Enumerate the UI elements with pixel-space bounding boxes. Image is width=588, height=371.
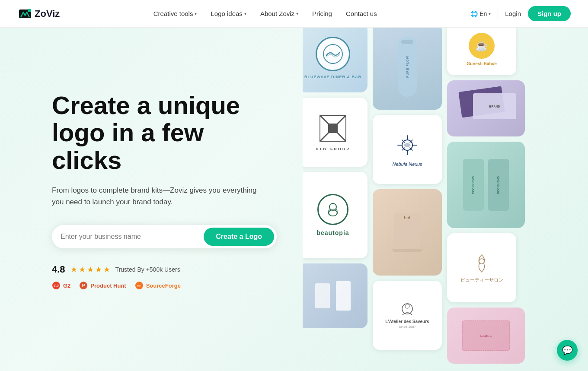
rating-row: 4.8 ★ ★ ★ ★ ★ Trusted By +500k Users <box>52 264 277 275</box>
nav-creative-tools[interactable]: Creative tools ▾ <box>153 10 197 17</box>
create-logo-button[interactable]: Create a Logo <box>204 228 274 246</box>
lotelier-sublabel: Since 1987 <box>399 325 416 329</box>
sourceforge-badge[interactable]: SF SourceForge <box>135 281 181 290</box>
pkg-blue-card <box>303 263 368 328</box>
bluewave-label: BLUEWAVE DINER & BAR <box>304 75 361 79</box>
hero-title: Create a unique logo in a few clicks <box>52 92 277 174</box>
svg-point-20 <box>479 259 484 264</box>
star-rating: ★ ★ ★ ★ ★ <box>70 265 110 274</box>
svg-text:P: P <box>82 283 85 288</box>
svg-rect-14 <box>328 124 338 133</box>
bluewave-card: BLUEWAVE DINER & BAR <box>303 28 368 92</box>
star-2: ★ <box>79 265 86 274</box>
biz-card-photo: BRAND <box>447 80 525 136</box>
language-selector[interactable]: 🌐 En ▾ <box>470 10 491 17</box>
gallery-columns: BLUEWAVE DINER & BAR X <box>303 28 525 364</box>
logo-gallery: BLUEWAVE DINER & BAR X <box>303 28 588 371</box>
gunesli-card: ☕ Güneşli Bahçe <box>447 28 516 75</box>
xtb-logo-icon <box>318 113 348 143</box>
chevron-down-icon: ▾ <box>195 11 197 16</box>
svg-point-19 <box>405 304 409 308</box>
hero-section: Create a unique logo in a few clicks Fro… <box>0 28 588 371</box>
hero-subtitle: From logos to complete brand kits—Zoviz … <box>52 184 259 208</box>
star-1: ★ <box>70 265 77 274</box>
rating-text: Trusted By +500k Users <box>115 266 180 273</box>
teal-pkg-card: ECO BLEND ECO BLEND <box>447 142 525 228</box>
nav-pricing[interactable]: Pricing <box>312 10 332 17</box>
nav-logo-ideas[interactable]: Logo ideas ▾ <box>211 10 246 17</box>
signup-button[interactable]: Sign up <box>528 6 571 21</box>
nav-right: 🌐 En ▾ Login Sign up <box>470 6 571 21</box>
product-hunt-badge[interactable]: P Product Hunt <box>79 281 126 290</box>
svg-text:SF: SF <box>137 285 141 288</box>
gunesli-label: Güneşli Bahçe <box>467 61 496 66</box>
svg-text:G2: G2 <box>54 284 59 288</box>
lotelier-logo-icon <box>396 302 418 319</box>
star-3: ★ <box>87 265 94 274</box>
beautopia-card: beautopia <box>303 172 368 258</box>
sourceforge-icon: SF <box>135 281 144 290</box>
nav-links: Creative tools ▾ Logo ideas ▾ About Zovi… <box>153 10 377 17</box>
beautopia-logo-icon <box>323 200 342 219</box>
star-4: ★ <box>95 265 102 274</box>
logo-text: ZoViz <box>35 8 60 19</box>
chevron-down-icon: ▾ <box>244 11 246 16</box>
nebula-logo-icon <box>394 132 420 158</box>
ind-card: Ind <box>373 189 442 276</box>
nav-divider <box>498 9 498 19</box>
login-button[interactable]: Login <box>505 10 521 17</box>
beauty-salon-label: ビューティーサロン <box>460 277 503 283</box>
chat-icon: 💬 <box>562 345 573 355</box>
svg-point-16 <box>329 210 337 216</box>
chevron-down-icon: ▾ <box>489 11 491 16</box>
logo[interactable]: ZoViz <box>17 6 60 22</box>
sticker-card: LABEL <box>447 308 525 364</box>
lotelier-card: L'Atelier des Saveurs Since 1987 <box>373 281 442 350</box>
beauty-salon-icon <box>471 253 492 274</box>
badge-row: G2 G2 P Product Hunt SF SourceForge <box>52 281 277 290</box>
business-name-form: Create a Logo <box>52 225 277 248</box>
svg-point-15 <box>329 203 336 210</box>
gunesli-icon: ☕ <box>469 33 495 59</box>
rating-score: 4.8 <box>52 264 65 275</box>
g2-badge[interactable]: G2 G2 <box>52 281 70 290</box>
xtb-label: XTB GROUP <box>316 147 351 151</box>
gallery-col-2: PURE FLOW Nebula Nexus <box>373 28 442 364</box>
g2-icon: G2 <box>52 281 61 290</box>
nebula-card: Nebula Nexus <box>373 115 442 184</box>
beautopia-label: beautopia <box>316 229 349 236</box>
gallery-col-3: ☕ Güneşli Bahçe BRAND <box>447 28 525 364</box>
svg-point-1 <box>28 9 31 12</box>
globe-icon: 🌐 <box>470 10 478 17</box>
bluewave-logo-icon <box>322 43 344 65</box>
beauty-salon-card: ビューティーサロン <box>447 233 516 302</box>
gallery-col-1: BLUEWAVE DINER & BAR X <box>303 28 368 364</box>
nav-about[interactable]: About Zoviz ▾ <box>260 10 298 17</box>
lotelier-label: L'Atelier des Saveurs <box>385 319 429 324</box>
pureflow-card: PURE FLOW <box>373 28 442 110</box>
navbar: ZoViz Creative tools ▾ Logo ideas ▾ Abou… <box>0 0 588 28</box>
business-name-input[interactable] <box>61 233 204 241</box>
nebula-label: Nebula Nexus <box>392 162 422 167</box>
nav-contact[interactable]: Contact us <box>346 10 377 17</box>
star-5: ★ <box>103 265 110 274</box>
product-hunt-icon: P <box>79 281 88 290</box>
chat-button[interactable]: 💬 <box>557 340 578 361</box>
xtb-card: XTB GROUP <box>303 98 368 167</box>
chevron-down-icon: ▾ <box>296 11 298 16</box>
hero-left: Create a unique logo in a few clicks Fro… <box>0 28 303 371</box>
